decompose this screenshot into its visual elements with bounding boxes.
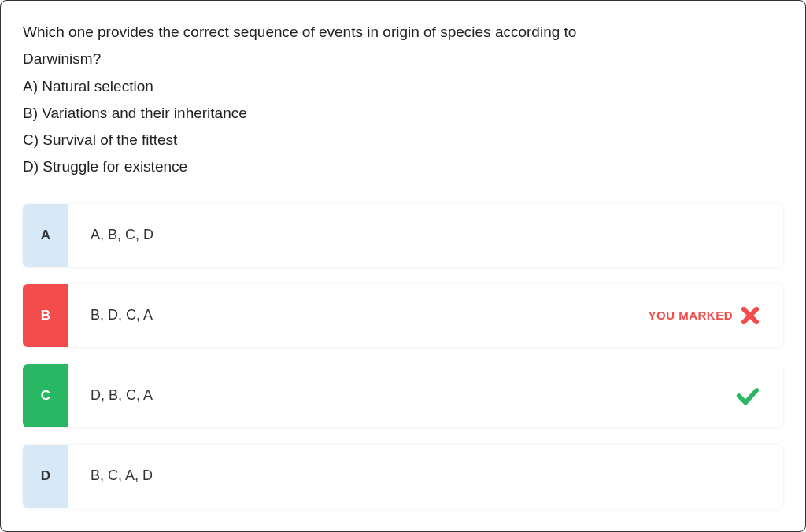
you-marked-label: YOU MARKED xyxy=(648,308,733,322)
answer-text: B, D, C, A xyxy=(68,284,648,347)
question-text-line1: Which one provides the correct sequence … xyxy=(23,20,783,45)
answer-text: D, B, C, A xyxy=(68,364,734,427)
answer-option-d[interactable]: D B, C, A, D xyxy=(23,445,783,508)
answer-letter: A xyxy=(23,204,68,267)
x-icon xyxy=(739,305,761,327)
check-icon xyxy=(734,382,761,409)
question-option: A) Natural selection xyxy=(23,74,783,99)
answer-letter: B xyxy=(23,284,68,347)
answer-text: B, C, A, D xyxy=(68,445,783,508)
question-option: B) Variations and their inheritance xyxy=(23,101,783,126)
answer-text: A, B, C, D xyxy=(68,204,783,267)
answer-option-b[interactable]: B B, D, C, A YOU MARKED xyxy=(23,284,783,347)
answer-marker-correct xyxy=(734,364,783,427)
answer-marker-wrong: YOU MARKED xyxy=(648,284,783,347)
answer-option-a[interactable]: A A, B, C, D xyxy=(23,204,783,267)
answer-option-c[interactable]: C D, B, C, A xyxy=(23,364,783,427)
question-text-line2: Darwinism? xyxy=(23,46,783,72)
answer-letter: C xyxy=(23,364,68,427)
question-block: Which one provides the correct sequence … xyxy=(23,20,783,180)
question-option: D) Struggle for existence xyxy=(23,154,783,179)
question-option: C) Survival of the fittest xyxy=(23,127,783,153)
answer-letter: D xyxy=(23,445,68,508)
quiz-container: Which one provides the correct sequence … xyxy=(1,1,805,508)
